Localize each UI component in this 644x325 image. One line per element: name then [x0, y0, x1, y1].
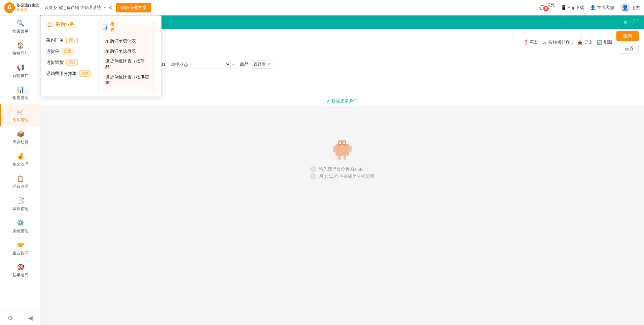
goods-tag-close-icon[interactable]: ✕ — [267, 62, 270, 67]
sidebar-item-sales[interactable]: 📊 销售管理 — [0, 82, 40, 104]
user-item[interactable]: 👤 用友 — [620, 3, 640, 12]
query-button[interactable]: 查询 — [616, 31, 639, 41]
print-dropdown-icon[interactable]: ▾ — [572, 41, 573, 44]
sidebar-settings-icon[interactable]: ⚙ — [7, 314, 13, 322]
collapse-row: ∧ 收起更多条件 — [40, 95, 644, 107]
empty-state: ① 请先选择要分析的方案 ② 用[过滤]条件来缩小分析范围 — [40, 107, 644, 208]
svg-rect-8 — [344, 156, 346, 160]
report-receive-goods-label: 进货单统计表（按商品） — [105, 58, 145, 70]
purchase-order-label: 采购订单 — [46, 37, 64, 43]
collapse-button[interactable]: ∧ 收起更多条件 — [327, 98, 358, 104]
tab-close-btn[interactable]: ✕ — [620, 17, 630, 27]
tab-maximize-btn[interactable]: ⛶ — [631, 17, 641, 27]
report-order-stats-item[interactable]: 采购订单统计表 — [105, 36, 153, 46]
empty-step-1: ① 请先选择要分析的方案 — [310, 166, 374, 172]
service-icon: 👤 — [590, 5, 596, 10]
sidebar-label-inventory: 库存核算 — [12, 139, 29, 145]
export-icon: 📤 — [577, 40, 583, 45]
report-receive-supplier-item[interactable]: 进货单统计表（按供应商） — [105, 72, 153, 88]
sidebar-item-purchase[interactable]: 🛒 采购管理 — [0, 104, 40, 126]
purchase-expense-item[interactable]: 采购费用分摊单 历史 — [46, 68, 94, 79]
sidebar-label-finance: 资金管理 — [12, 162, 29, 167]
sidebar-label-purchase: 采购管理 — [12, 117, 29, 123]
report-order-exec-item[interactable]: 采购订单执行表 — [105, 46, 153, 56]
purchase-icon: 🛒 — [17, 108, 24, 116]
logo-icon: 6 — [4, 2, 15, 13]
dropdown-arrow-icon[interactable]: ▾ — [104, 6, 106, 9]
collapse-up-icon: ∧ — [327, 98, 330, 104]
sidebar-item-search[interactable]: 🔍 搜索菜单 — [0, 15, 40, 38]
purchase-col-title-text: 采购业务 — [56, 22, 74, 28]
sidebar-item-guide[interactable]: 🎯 新手引导 — [0, 259, 40, 282]
refresh-label: 刷新 — [604, 39, 612, 45]
sidebar-item-finance[interactable]: 💰 资金管理 — [0, 149, 40, 171]
print-action[interactable]: 🖨 按模板打印 ▾ — [543, 39, 573, 45]
report-order-stats-label: 采购订单统计表 — [105, 38, 136, 43]
collab-icon: 🤝 — [17, 241, 24, 249]
system-title-area: 装备及固定资产辅助管理系统 ▾ ⚙ 体验行业方案 — [44, 3, 533, 12]
purchase-receive-history-badge: 历史 — [62, 48, 73, 54]
settings-button[interactable]: 设置 — [620, 44, 639, 54]
logo-text: 畅捷通好生意 标准版 — [17, 3, 39, 12]
purchase-return-history-badge: 历史 — [66, 59, 78, 66]
svg-rect-4 — [341, 145, 344, 146]
purchase-order-history-badge: 历史 — [66, 37, 78, 43]
purchase-receive-item[interactable]: 进货单 历史 — [46, 46, 94, 57]
purchase-business-col: 📋 采购业务 采购订单 历史 进货单 历史 进货退货 历史 采购费用分摊单 历史 — [46, 21, 94, 91]
sidebar-label-marketing: 营销推广 — [12, 73, 29, 79]
purchase-receive-label: 进货单 — [46, 48, 59, 54]
app-download-label: App下载 — [568, 5, 584, 11]
help-icon: ❓ — [523, 40, 529, 45]
online-service-item[interactable]: 👤 在线客服 — [590, 5, 614, 11]
sidebar-collapse-icon[interactable]: ◀ — [28, 314, 33, 322]
sidebar-item-basic[interactable]: 📑 基础信息 — [0, 193, 40, 215]
sidebar: 🔍 搜索菜单 🏠 快捷导航 📢 营销推广 📊 销售管理 🛒 采购管理 📦 库存核… — [0, 15, 40, 325]
bill-status-label: 单据状态 — [171, 62, 188, 68]
sidebar-item-inventory[interactable]: 📦 库存核算 — [0, 126, 40, 149]
industry-btn[interactable]: 体验行业方案 — [116, 3, 151, 12]
purchase-order-item[interactable]: 采购订单 历史 — [46, 35, 94, 46]
sidebar-label-guide: 新手引导 — [12, 273, 29, 278]
sidebar-item-nav[interactable]: 🏠 快捷导航 — [0, 38, 40, 60]
refresh-action[interactable]: 🔄 刷新 — [597, 39, 612, 45]
goods-group: 商品 设计素 ✕ … — [240, 60, 280, 69]
report-title-text: 报表 — [110, 22, 114, 33]
empty-svg — [325, 134, 359, 161]
home-icon: 🏠 — [17, 42, 24, 49]
sidebar-label-basic: 基础信息 — [12, 206, 29, 212]
collapse-label: 收起更多条件 — [331, 98, 358, 104]
svg-rect-6 — [349, 146, 352, 152]
purchase-return-item[interactable]: 进货退货 历史 — [46, 57, 94, 68]
bill-status-select[interactable] — [190, 60, 231, 69]
svg-point-3 — [343, 142, 345, 144]
export-action[interactable]: 📤 导出 — [577, 39, 593, 45]
report-icon: 📊 — [103, 24, 108, 31]
goods-ellipsis[interactable]: … — [275, 62, 280, 67]
report-col: 📊 报表 采购订单统计表 采购订单执行表 进货单统计表（按商品） 进货单统计表（… — [103, 21, 156, 91]
guide-icon: 🎯 — [17, 263, 24, 271]
bill-status-group: 单据状态 ▾ — [171, 60, 235, 69]
finance-icon: 💰 — [17, 153, 24, 160]
report-receive-goods-item[interactable]: 进货单统计表（按商品） — [105, 56, 153, 72]
logo-area: 6 畅捷通好生意 标准版 — [4, 2, 44, 13]
print-icon: 🖨 — [543, 40, 547, 45]
user-label: 用友 — [631, 5, 640, 11]
sidebar-label-management: 经营管理 — [12, 184, 29, 190]
basic-icon: 📑 — [17, 197, 24, 204]
purchase-return-label: 进货退货 — [46, 59, 64, 66]
help-action[interactable]: ❓ 帮助 — [523, 39, 539, 45]
app-download-item[interactable]: 📱 App下载 — [561, 5, 584, 11]
sidebar-item-marketing[interactable]: 📢 营销推广 — [0, 60, 40, 82]
sidebar-item-management[interactable]: 📋 经营管理 — [0, 171, 40, 193]
sidebar-item-system[interactable]: ⚙️ 系统管理 — [0, 215, 40, 237]
purchase-dropdown-menu: 📋 采购业务 采购订单 历史 进货单 历史 进货退货 历史 采购费用分摊单 历史 — [40, 15, 162, 97]
empty-step-1-text: 请先选择要分析的方案 — [319, 166, 363, 172]
online-service-label: 在线客服 — [597, 5, 614, 11]
sidebar-item-collab[interactable]: 🤝 企业协同 — [0, 237, 40, 259]
goods-label: 商品 — [240, 62, 249, 68]
svg-rect-7 — [338, 156, 341, 160]
purchase-col-icon: 📋 — [46, 21, 53, 28]
settings-icon[interactable]: ⚙ — [108, 4, 113, 11]
avatar: 👤 — [620, 3, 630, 12]
message-item[interactable]: 💬 消息 9 — [539, 2, 555, 13]
